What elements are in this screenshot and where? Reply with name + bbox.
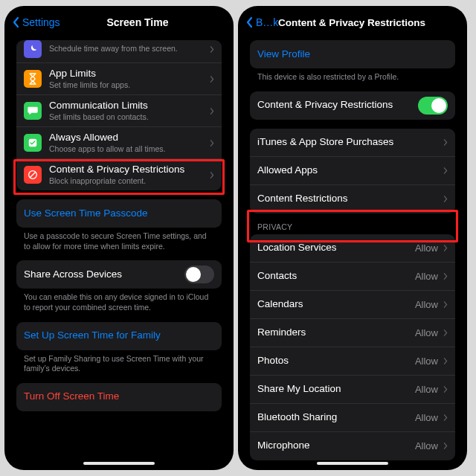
chevron-right-icon: [209, 107, 214, 115]
microphone-label: Microphone: [257, 440, 415, 452]
chevron-right-icon: [209, 45, 214, 54]
contacts-value: Allow: [415, 271, 438, 282]
back-label: B…k: [256, 16, 278, 28]
moon-icon: [24, 40, 42, 58]
share-my-location-label: Share My Location: [257, 383, 415, 396]
chevron-right-icon: [209, 75, 214, 83]
content-privacy-phone: B…k Content & Privacy Restrictions View …: [238, 6, 467, 470]
turnoff-group: Turn Off Screen Time: [16, 383, 222, 411]
share-toggle[interactable]: [184, 266, 214, 283]
use-passcode-row[interactable]: Use Screen Time Passcode: [16, 199, 222, 228]
photos-value: Allow: [415, 356, 438, 367]
privacy-group: Location Services Allow Contacts Allow C…: [250, 234, 455, 460]
chevron-right-icon: [443, 442, 448, 450]
back-button[interactable]: B…k: [245, 16, 278, 28]
nosign-icon: [24, 166, 42, 184]
allowed-apps-row[interactable]: Allowed Apps: [250, 157, 455, 185]
chevron-right-icon: [209, 171, 214, 179]
home-indicator[interactable]: [317, 462, 388, 465]
features-group: Schedule time away from the screen. App …: [16, 40, 222, 190]
reminders-row[interactable]: Reminders Allow: [250, 319, 455, 347]
passcode-group: Use Screen Time Passcode: [16, 199, 222, 228]
downtime-row[interactable]: Schedule time away from the screen.: [16, 40, 222, 63]
content-privacy-row[interactable]: Content & Privacy Restrictions Block ina…: [16, 159, 222, 190]
bluetooth-sharing-row[interactable]: Bluetooth Sharing Allow: [250, 404, 455, 432]
downtime-subtitle: Schedule time away from the screen.: [49, 44, 209, 54]
photos-label: Photos: [257, 355, 415, 367]
bluetooth-sharing-value: Allow: [415, 412, 438, 423]
content-restrictions-label: Content Restrictions: [257, 193, 443, 205]
family-footer: Set up Family Sharing to use Screen Time…: [7, 350, 231, 374]
chevron-left-icon: [245, 16, 254, 28]
app-limits-row[interactable]: App Limits Set time limits for apps.: [16, 63, 222, 95]
chevron-right-icon: [443, 329, 448, 337]
share-group: Share Across Devices: [16, 260, 222, 289]
profile-group: View Profile: [250, 40, 455, 68]
restrictions-toggle-label: Content & Privacy Restrictions: [257, 99, 418, 112]
share-footer: You can enable this on any device signed…: [7, 289, 231, 312]
chevron-right-icon: [443, 244, 448, 252]
content-privacy-title: Content & Privacy Restrictions: [49, 164, 209, 176]
chevron-right-icon: [443, 138, 448, 147]
chevron-right-icon: [443, 414, 448, 422]
calendars-row[interactable]: Calendars Allow: [250, 291, 455, 319]
restrictions-group: iTunes & App Store Purchases Allowed App…: [250, 129, 455, 213]
turn-off-row[interactable]: Turn Off Screen Time: [16, 383, 222, 411]
chevron-right-icon: [443, 300, 448, 309]
photos-row[interactable]: Photos Allow: [250, 347, 455, 376]
location-services-label: Location Services: [257, 242, 415, 254]
location-services-row[interactable]: Location Services Allow: [250, 234, 455, 263]
family-label: Set Up Screen Time for Family: [24, 329, 214, 342]
home-indicator[interactable]: [83, 462, 155, 465]
view-profile-row[interactable]: View Profile: [250, 40, 455, 68]
contacts-row[interactable]: Contacts Allow: [250, 263, 455, 291]
reminders-value: Allow: [415, 327, 438, 338]
microphone-value: Allow: [415, 440, 438, 451]
always-allowed-subtitle: Choose apps to allow at all times.: [49, 144, 209, 154]
microphone-row[interactable]: Microphone Allow: [250, 432, 455, 460]
restrictions-toggle[interactable]: [418, 97, 448, 115]
always-allowed-title: Always Allowed: [49, 132, 209, 144]
svg-line-2: [30, 172, 36, 178]
nav-title: Content & Privacy Restrictions: [278, 17, 457, 28]
chevron-right-icon: [443, 385, 448, 393]
hourglass-icon: [24, 70, 42, 88]
location-services-value: Allow: [415, 242, 438, 254]
itunes-label: iTunes & App Store Purchases: [257, 136, 443, 149]
share-my-location-row[interactable]: Share My Location Allow: [250, 376, 455, 404]
always-allowed-row[interactable]: Always Allowed Choose apps to allow at a…: [16, 127, 222, 159]
share-across-devices-row[interactable]: Share Across Devices: [16, 260, 222, 289]
turn-off-label: Turn Off Screen Time: [24, 390, 214, 403]
content-privacy-subtitle: Block inappropriate content.: [49, 176, 209, 186]
family-group: Set Up Screen Time for Family: [16, 322, 222, 350]
profile-footer: This device is also restricted by a Prof…: [241, 68, 464, 83]
chevron-right-icon: [443, 167, 448, 175]
content-restrictions-row[interactable]: Content Restrictions: [250, 185, 455, 213]
chevron-right-icon: [443, 272, 448, 280]
use-passcode-label: Use Screen Time Passcode: [24, 208, 214, 220]
communication-limits-title: Communication Limits: [49, 100, 209, 112]
restrictions-toggle-row[interactable]: Content & Privacy Restrictions: [250, 91, 455, 120]
bluetooth-sharing-label: Bluetooth Sharing: [257, 411, 415, 424]
navbar: Settings Screen Time: [7, 9, 231, 36]
passcode-footer: Use a passcode to secure Screen Time set…: [7, 228, 231, 251]
chevron-left-icon: [12, 16, 21, 28]
allowed-apps-label: Allowed Apps: [257, 164, 443, 177]
view-profile-label: View Profile: [257, 48, 448, 61]
contacts-label: Contacts: [257, 270, 415, 283]
check-icon: [24, 134, 42, 152]
chevron-right-icon: [443, 195, 448, 203]
screen-time-phone: Settings Screen Time Schedule time away …: [4, 6, 234, 470]
chevron-right-icon: [443, 357, 448, 365]
family-row[interactable]: Set Up Screen Time for Family: [16, 322, 222, 350]
communication-limits-row[interactable]: Communication Limits Set limits based on…: [16, 95, 222, 127]
calendars-label: Calendars: [257, 298, 415, 311]
itunes-row[interactable]: iTunes & App Store Purchases: [250, 129, 455, 157]
chevron-right-icon: [209, 139, 214, 147]
calendars-value: Allow: [415, 299, 438, 310]
share-devices-label: Share Across Devices: [24, 268, 184, 281]
reminders-label: Reminders: [257, 327, 415, 339]
main-toggle-group: Content & Privacy Restrictions: [250, 91, 455, 120]
communication-limits-subtitle: Set limits based on contacts.: [49, 112, 209, 122]
app-limits-title: App Limits: [49, 68, 209, 80]
